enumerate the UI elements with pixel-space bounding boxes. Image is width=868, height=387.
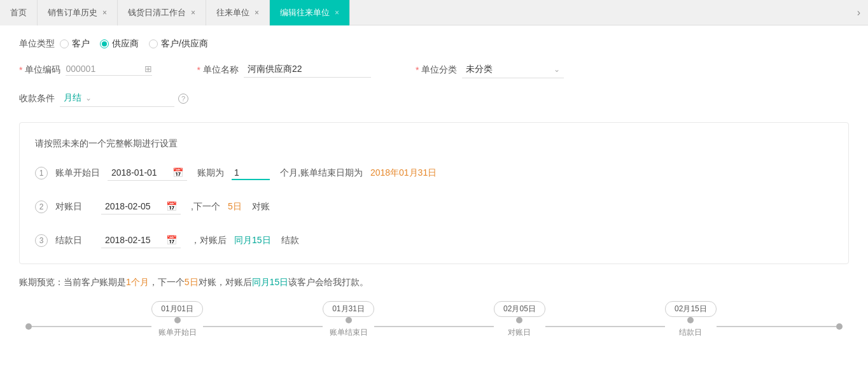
settings-card: 请按照未来的一个完整帐期进行设置 1 账单开始日 📅 账期为 个月,账单结束日期… — [19, 122, 849, 264]
timeline-label-1: 账单开始日 — [158, 327, 197, 338]
timeline-point-1: 01月01日 账单开始日 — [151, 301, 203, 338]
payment-row: 收款条件 月结 ⌄ ? — [19, 90, 849, 107]
date-value-2[interactable] — [105, 201, 162, 211]
calendar-icon-1[interactable]: 📅 — [172, 167, 183, 178]
tab-sales-history[interactable]: 销售订单历史 × — [38, 0, 118, 25]
unit-category-required: * — [416, 65, 419, 75]
unit-code-input-wrap: ⊞ — [66, 64, 152, 76]
tab-cashier-close[interactable]: × — [191, 8, 195, 17]
setting-label-3: 结款日 — [55, 235, 94, 246]
payment-arrow: ⌄ — [85, 94, 92, 102]
card-instruction: 请按照未来的一个完整帐期进行设置 — [35, 138, 833, 150]
payment-desc-suffix: 结款 — [281, 235, 299, 246]
setting-row-2: 2 对账日 📅 ,下一个 5日 对账 — [35, 199, 833, 215]
timeline-start-dot — [25, 323, 32, 330]
radio-both[interactable]: 客户/供应商 — [149, 38, 208, 50]
calendar-icon-3[interactable]: 📅 — [166, 235, 177, 245]
timeline-pill-4: 02月15日 — [665, 301, 717, 317]
unit-type-label: 单位类型 — [19, 38, 55, 50]
setting-row-3: 3 结款日 📅 ，对账后 同月15日 结款 — [35, 232, 833, 248]
timeline-point-2: 01月31日 账单结束日 — [323, 301, 374, 338]
setting-label-2: 对账日 — [55, 201, 94, 213]
date-value-1[interactable] — [111, 167, 169, 178]
unit-name-input[interactable] — [244, 62, 371, 78]
unit-type-group: 单位类型 客户 供应商 客户/供应商 — [19, 38, 208, 50]
unit-code-required: * — [19, 65, 22, 75]
tab-more-button[interactable]: › — [850, 0, 868, 25]
setting-row-1: 1 账单开始日 📅 账期为 个月,账单结束日期为 2018年01月31日 — [35, 165, 833, 181]
setting-number-2: 2 — [35, 201, 48, 213]
timeline-dot-3 — [516, 317, 522, 323]
reconcile-desc-suffix: 对账 — [252, 201, 270, 213]
tab-home-label: 首页 — [10, 7, 27, 18]
unit-category-label: 单位分类 — [421, 64, 457, 76]
radio-supplier[interactable]: 供应商 — [100, 38, 139, 50]
timeline-label-3: 对账日 — [508, 327, 531, 338]
tl-connector-4 — [717, 326, 836, 327]
tab-edit-partner-close[interactable]: × — [335, 8, 339, 17]
date-input-3: 📅 — [101, 232, 181, 248]
tl-connector-0 — [32, 326, 151, 327]
date-input-1: 📅 — [108, 165, 187, 181]
tab-partners-label: 往来单位 — [216, 7, 249, 18]
date-input-2: 📅 — [101, 199, 181, 215]
unit-category-select[interactable]: 未分类 ⌄ — [462, 61, 564, 78]
radio-group: 客户 供应商 客户/供应商 — [60, 38, 208, 50]
unit-category-group: * 单位分类 未分类 ⌄ — [416, 61, 564, 78]
payment-help-icon[interactable]: ? — [178, 94, 188, 104]
tab-partners-close[interactable]: × — [255, 8, 259, 17]
timeline-label-4: 结款日 — [679, 327, 702, 338]
timeline-container: 01月01日 账单开始日 01月31日 账单结束日 02月05日 对账日 — [19, 301, 849, 338]
preview-prefix: 账期预览：当前客户账期是 — [19, 277, 126, 287]
timeline-label-2: 账单结束日 — [330, 327, 368, 338]
tab-cashier[interactable]: 钱货日清工作台 × — [118, 0, 206, 25]
reconcile-desc-prefix: ,下一个 — [191, 201, 220, 213]
radio-customer-circle — [60, 39, 69, 48]
radio-both-label: 客户/供应商 — [161, 38, 208, 50]
radio-customer[interactable]: 客户 — [60, 38, 90, 50]
payment-label: 收款条件 — [19, 93, 55, 104]
radio-supplier-circle — [100, 39, 109, 48]
preview-middle1: ，下一个 — [149, 277, 185, 287]
payment-group: 收款条件 月结 ⌄ ? — [19, 90, 188, 107]
unit-name-required: * — [197, 65, 200, 75]
setting-label-1: 账单开始日 — [55, 167, 100, 179]
date-value-3[interactable] — [105, 235, 162, 245]
period-label: 账期为 — [197, 167, 224, 179]
tab-cashier-label: 钱货日清工作台 — [128, 7, 186, 18]
radio-both-circle — [149, 39, 158, 48]
reconcile-highlight: 5日 — [228, 201, 242, 213]
calendar-icon-2[interactable]: 📅 — [166, 201, 177, 211]
preview-middle2: 对账，对账后 — [199, 277, 252, 287]
timeline-dot-2 — [346, 317, 352, 323]
preview-text: 账期预览：当前客户账期是1个月，下一个5日对账，对账后同月15日该客户会给我打款… — [19, 277, 849, 288]
period-end-date: 2018年01月31日 — [370, 167, 437, 179]
timeline-pill-1: 01月01日 — [151, 301, 203, 317]
unit-name-group: * 单位名称 — [197, 62, 370, 78]
tab-sales-history-label: 销售订单历史 — [48, 7, 97, 18]
tab-edit-partner[interactable]: 编辑往来单位 × — [270, 0, 350, 25]
radio-supplier-label: 供应商 — [112, 38, 139, 50]
period-input[interactable] — [232, 166, 270, 180]
tab-bar: 首页 销售订单历史 × 钱货日清工作台 × 往来单位 × 编辑往来单位 × › — [0, 0, 868, 25]
tab-edit-partner-label: 编辑往来单位 — [280, 7, 330, 18]
timeline-end-dot — [836, 323, 843, 330]
timeline-pill-3: 02月05日 — [494, 301, 545, 317]
timeline-pill-2: 01月31日 — [323, 301, 374, 317]
tab-sales-history-close[interactable]: × — [102, 8, 107, 17]
tab-partners[interactable]: 往来单位 × — [206, 0, 270, 25]
tl-connector-2 — [374, 326, 494, 327]
unit-code-input[interactable] — [66, 64, 142, 74]
preview-part1: 1个月 — [126, 277, 149, 287]
preview-suffix: 该客户会给我打款。 — [288, 277, 368, 287]
unit-name-label: 单位名称 — [203, 64, 239, 76]
preview-section: 账期预览：当前客户账期是1个月，下一个5日对账，对账后同月15日该客户会给我打款… — [19, 277, 849, 344]
payment-select[interactable]: 月结 ⌄ — [60, 90, 174, 107]
preview-part2: 5日 — [185, 277, 199, 287]
timeline-dot-1 — [174, 317, 181, 323]
main-content: 单位类型 客户 供应商 客户/供应商 * 单位编码 — [0, 25, 868, 387]
tab-home[interactable]: 首页 — [0, 0, 38, 25]
unit-type-row: 单位类型 客户 供应商 客户/供应商 — [19, 38, 849, 50]
preview-part3: 同月15日 — [252, 277, 289, 287]
unit-code-copy-icon[interactable]: ⊞ — [144, 64, 152, 74]
